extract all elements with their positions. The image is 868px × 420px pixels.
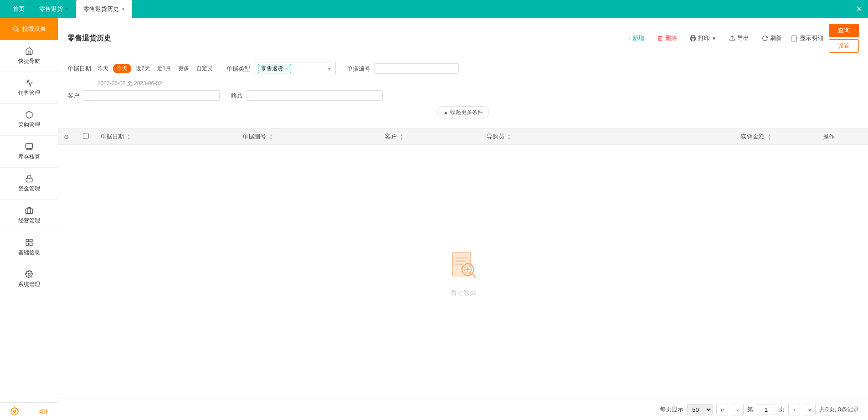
filter-row-1: 单据日期 昨天 今天 近7天 近1月 更多 自定义 单据类型 <box>67 62 859 75</box>
query-setting-buttons: 查询 设置 <box>829 24 859 53</box>
refresh-button[interactable]: 刷新 <box>758 32 786 44</box>
tab-retail-return-history-label: 零售退货历史 <box>83 5 119 13</box>
sidebar-item-basic-info[interactable]: 基础信息 <box>0 231 58 263</box>
new-button[interactable]: + 新增 <box>624 32 648 44</box>
sidebar-item-system-mgmt[interactable]: 系统管理 <box>0 263 58 295</box>
total-label: 共0页, 0条记录 <box>819 405 859 414</box>
page-header-top: 零售退货历史 + 新增 🗑 删除 删除 打印 <box>67 24 859 53</box>
sidebar-item-inventory-label: 库存核算 <box>18 153 40 161</box>
print-button[interactable]: 打印 ▼ <box>686 32 720 44</box>
svg-point-12 <box>28 273 30 276</box>
col-action: 操作 <box>789 129 868 145</box>
date-btn-last30[interactable]: 近1月 <box>154 64 174 73</box>
last-page-button[interactable]: » <box>804 404 816 415</box>
display-detail-label[interactable]: 显示明细 <box>800 34 823 42</box>
svg-line-1 <box>17 31 19 32</box>
setting-button[interactable]: 设置 <box>829 39 859 53</box>
svg-rect-10 <box>30 243 32 246</box>
display-detail-checkbox[interactable] <box>791 36 797 41</box>
per-page-select[interactable]: 10 20 50 100 <box>687 404 713 415</box>
date-btn-today[interactable]: 今天 <box>113 64 131 73</box>
date-options: 昨天 今天 近7天 近1月 更多 自定义 <box>95 64 216 73</box>
bill-type-label: 单据类型 <box>226 65 250 73</box>
tab-home-label: 首页 <box>13 5 25 13</box>
collapse-button[interactable]: ▲ 收起更多条件 <box>437 106 489 118</box>
sort-guide-icon[interactable]: ▲▼ <box>507 133 511 141</box>
filter-bill-type: 单据类型 零售退货 × ▼ <box>226 62 336 75</box>
bill-no-input[interactable] <box>374 63 459 74</box>
tab-retail-return[interactable]: 零售退货 × <box>32 0 76 18</box>
empty-state: 暂无数据 <box>58 145 868 399</box>
bill-date-label: 单据日期 <box>67 65 91 73</box>
col-check <box>77 129 95 145</box>
delete-button[interactable]: 🗑 删除 删除 <box>653 32 681 44</box>
sidebar-search-label: 搜索菜单 <box>22 25 46 33</box>
home-icon <box>25 46 34 56</box>
query-button[interactable]: 查询 <box>829 24 859 37</box>
svg-rect-19 <box>455 260 465 261</box>
briefcase-icon <box>25 206 34 215</box>
customer-select[interactable]: ... <box>83 90 220 101</box>
sort-customer-icon[interactable]: ▲▼ <box>400 133 404 141</box>
svg-rect-2 <box>26 143 32 149</box>
date-btn-custom[interactable]: 自定义 <box>194 64 216 73</box>
sidebar-item-inventory[interactable]: 库存核算 <box>0 136 58 168</box>
filter-bill-date: 单据日期 昨天 今天 近7天 近1月 更多 自定义 <box>67 64 216 73</box>
date-btn-yesterday[interactable]: 昨天 <box>95 64 111 73</box>
topbar-close-icon[interactable]: ✕ <box>856 4 863 14</box>
main-layout: 搜索菜单 快捷导航 销售管理 <box>0 18 868 420</box>
delete-icon <box>657 35 663 41</box>
page-title: 零售退货历史 <box>67 34 111 43</box>
box-icon <box>25 110 34 119</box>
sidebar-item-finance[interactable]: 资金管理 <box>0 168 58 200</box>
filter-customer: 客户 ... <box>67 90 220 101</box>
col-bill-date: 单据日期 ▲▼ <box>95 129 237 145</box>
date-btn-last7[interactable]: 近7天 <box>133 64 153 73</box>
display-detail: 显示明细 <box>791 34 823 42</box>
date-btn-more[interactable]: 更多 <box>175 64 192 73</box>
bill-type-tag-close[interactable]: × <box>285 66 288 72</box>
per-page-label: 每页显示 <box>660 405 683 414</box>
svg-rect-15 <box>692 39 695 41</box>
tab-retail-return-history-close[interactable]: × <box>122 6 125 12</box>
table-settings-icon[interactable]: ⚙ <box>64 133 69 140</box>
sidebar-settings-btn[interactable] <box>0 403 29 420</box>
tab-retail-return-history[interactable]: 零售退货历史 × <box>76 0 132 18</box>
sort-bill-no-icon[interactable]: ▲▼ <box>269 133 273 141</box>
sidebar-item-purchase-mgmt-label: 采购管理 <box>18 121 40 129</box>
select-all-checkbox[interactable] <box>83 133 89 139</box>
customer-placeholder: ... <box>87 92 92 99</box>
bill-type-select[interactable]: 零售退货 × ▼ <box>254 62 336 75</box>
page-number-input[interactable] <box>757 405 775 415</box>
sidebar-item-quick-nav-label: 快捷导航 <box>18 57 40 65</box>
sidebar-item-basic-info-label: 基础信息 <box>18 249 40 256</box>
sidebar-item-sales-mgmt[interactable]: 销售管理 <box>0 72 58 104</box>
col-settings: ⚙ <box>58 129 77 145</box>
export-button[interactable]: 导出 <box>725 32 753 44</box>
goods-label: 商品 <box>231 92 242 100</box>
col-bill-no: 单据编号 ▲▼ <box>237 129 379 145</box>
prev-page-button[interactable]: ‹ <box>732 404 744 415</box>
sidebar-sound-btn[interactable] <box>29 403 58 420</box>
sidebar-search[interactable]: 搜索菜单 <box>0 18 58 40</box>
col-customer: 客户 ▲▼ <box>380 129 481 145</box>
sort-amount-icon[interactable]: ▲▼ <box>767 133 771 141</box>
filter-row-2: 客户 ... 商品 ... <box>67 90 859 101</box>
filter-area: 单据日期 昨天 今天 近7天 近1月 更多 自定义 单据类型 <box>67 57 859 128</box>
tab-retail-return-close[interactable]: × <box>66 6 69 12</box>
filter-bill-no: 单据编号 <box>347 63 459 74</box>
col-amount: 实销金额 ▲▼ <box>603 129 789 145</box>
svg-rect-20 <box>455 263 462 265</box>
first-page-button[interactable]: « <box>716 404 728 415</box>
bill-no-label: 单据编号 <box>347 65 370 73</box>
sidebar-item-quick-nav[interactable]: 快捷导航 <box>0 40 58 72</box>
sort-bill-date-icon[interactable]: ▲▼ <box>127 133 131 141</box>
sidebar-item-purchase-mgmt[interactable]: 采购管理 <box>0 104 58 136</box>
print-icon <box>690 35 696 41</box>
goods-select[interactable]: ... <box>246 90 383 101</box>
page-label: 第 <box>747 405 753 414</box>
next-page-button[interactable]: › <box>788 404 800 415</box>
sidebar-item-operation[interactable]: 经营管理 <box>0 200 58 231</box>
tab-home[interactable]: 首页 <box>5 0 32 18</box>
date-range-display: 2023-06-02 至 2023-06-02 <box>96 79 859 87</box>
